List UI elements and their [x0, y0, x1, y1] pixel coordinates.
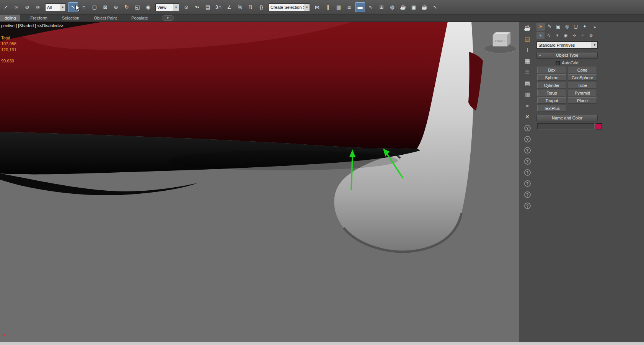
torus-button[interactable]: Torus	[537, 90, 566, 96]
viewport-canvas[interactable]: FRONT	[0, 22, 519, 342]
select-and-scale-icon[interactable]: ◱	[132, 2, 142, 12]
lights-category-icon[interactable]: ☀	[553, 32, 561, 39]
question-icon[interactable]: ?	[524, 147, 531, 154]
tab-populate[interactable]: Populate	[127, 15, 152, 21]
tab-selection[interactable]: Selection	[57, 15, 84, 21]
question-icon[interactable]: ?	[524, 136, 531, 142]
stats-polys: 107,956	[1, 41, 16, 46]
select-and-place-icon[interactable]: ◉	[143, 2, 153, 12]
named-selection-set-dropdown[interactable]: Create Selection Se ▾	[269, 3, 310, 11]
question-icon[interactable]: ?	[524, 125, 531, 131]
sphere-button[interactable]: Sphere	[537, 74, 566, 81]
plane-button[interactable]: Plane	[568, 97, 597, 104]
select-and-rotate-icon[interactable]: ↻	[122, 2, 132, 12]
checker-icon[interactable]: ▦	[522, 56, 533, 67]
viewport[interactable]: FRONT pective ] [Shaded ] <<Disabled>> T…	[0, 22, 519, 342]
snaps-3d-icon[interactable]: 3∩	[214, 2, 223, 12]
question-icon[interactable]: ?	[524, 203, 531, 209]
name-color-header[interactable]: − Name and Color	[536, 115, 598, 121]
geometry-category-icon[interactable]: ●	[536, 32, 545, 39]
object-name-field[interactable]	[537, 123, 595, 129]
end-cursor-icon[interactable]: ↖	[430, 2, 440, 12]
space-warps-category-icon[interactable]: ≈	[579, 32, 587, 39]
close-icon[interactable]: ×	[522, 111, 533, 123]
stats-total: Total	[1, 36, 10, 40]
schematic-view-icon[interactable]: ⊞	[377, 2, 386, 12]
geosphere-button[interactable]: GeoSphere	[568, 74, 597, 81]
rendered-frame-icon[interactable]: ▣	[409, 2, 419, 12]
shapes-category-icon[interactable]: ∿	[545, 32, 553, 39]
cone-button[interactable]: Cone	[568, 67, 597, 73]
keyboard-override-icon[interactable]: ▤	[203, 2, 213, 12]
display-tab[interactable]: ▢	[572, 23, 580, 31]
viewport-corner-marker: ◆	[3, 333, 5, 337]
subcategory-value: Standard Primitives	[537, 43, 592, 47]
object-type-title: Object Type	[556, 53, 579, 57]
tab-object-paint[interactable]: Object Paint	[89, 15, 121, 21]
viewport-label[interactable]: pective ] [Shaded ] <<Disabled>>	[1, 23, 64, 28]
select-and-link-icon[interactable]: ∞	[11, 2, 21, 12]
curve-editor-icon[interactable]: ∿	[366, 2, 376, 12]
cylinder-button[interactable]: Cylinder	[537, 82, 566, 88]
modify-tab[interactable]: ✎	[545, 23, 554, 31]
stripes-icon[interactable]: ▥	[522, 89, 533, 100]
name-color-title: Name and Color	[552, 116, 582, 120]
sphere-icon[interactable]: ●	[522, 100, 533, 111]
toggle-ribbon-icon[interactable]: ▬	[355, 2, 365, 12]
tube-button[interactable]: Tube	[568, 82, 597, 88]
select-and-manipulate-icon[interactable]: ↬	[192, 2, 202, 12]
material-editor-icon[interactable]: ◍	[387, 2, 397, 12]
ribbon-overflow-button[interactable]: ▾	[162, 15, 174, 21]
utilities-tab[interactable]: ✦	[580, 23, 589, 31]
autogrid-checkbox[interactable]	[556, 61, 560, 65]
layers-icon[interactable]: ≣	[522, 67, 533, 78]
pyramid-button[interactable]: Pyramid	[568, 90, 597, 96]
helpers-category-icon[interactable]: ⊹	[570, 32, 578, 39]
motion-tab[interactable]: ◎	[563, 23, 571, 31]
question-icon[interactable]: ?	[524, 191, 531, 198]
cameras-category-icon[interactable]: ◉	[562, 32, 570, 39]
render-production-icon[interactable]: ☕	[419, 2, 429, 12]
reference-coordinate-dropdown[interactable]: View ▾	[155, 3, 179, 11]
question-icon[interactable]: ?	[524, 180, 531, 187]
teapot-button[interactable]: Teapot	[537, 97, 566, 104]
panel-overflow-icon[interactable]: ▸	[592, 25, 598, 29]
selection-filter-dropdown[interactable]: All ▾	[45, 3, 66, 11]
render-setup-icon[interactable]: ☕	[398, 2, 408, 12]
bind-to-space-warp-icon[interactable]: ≋	[33, 2, 43, 12]
collapse-icon: −	[539, 52, 541, 58]
object-type-rollout: − Object Type AutoGrid Box Cone Sphere G…	[536, 52, 598, 111]
command-panel-tabs: ➤ ✎ ▣ ◎ ▢ ✦ ▸	[536, 23, 598, 31]
systems-category-icon[interactable]: ⊛	[587, 32, 595, 39]
tab-modeling[interactable]: deling	[0, 15, 20, 21]
box-icon[interactable]: ▤	[522, 78, 533, 89]
mirror-icon[interactable]: ⋈	[312, 2, 322, 12]
window-crossing-icon[interactable]: ⊠	[100, 2, 110, 12]
teapot-icon[interactable]: ☕	[522, 23, 533, 34]
unlink-selection-icon[interactable]: ⊘	[22, 2, 32, 12]
layer-explorer-icon[interactable]: ≣	[344, 2, 354, 12]
rectangular-selection-icon[interactable]: ▢	[90, 2, 99, 12]
angle-snap-icon[interactable]: ∠	[224, 2, 234, 12]
edge-arrow-icon[interactable]: ↗	[1, 2, 11, 12]
question-icon[interactable]: ?	[524, 158, 531, 165]
percent-snap-icon[interactable]: %	[235, 2, 245, 12]
folder-icon[interactable]: ▤	[522, 34, 533, 45]
subcategory-dropdown[interactable]: Standard Primitives ▾	[536, 41, 598, 49]
pin-icon[interactable]: ⊥	[522, 45, 533, 56]
textplus-button[interactable]: TextPlus	[537, 105, 566, 111]
create-tab[interactable]: ➤	[536, 23, 545, 31]
box-button[interactable]: Box	[537, 67, 566, 73]
select-and-move-icon[interactable]: ⊕	[111, 2, 121, 12]
align-icon[interactable]: ∥	[323, 2, 333, 12]
hierarchy-tab[interactable]: ▣	[554, 23, 562, 31]
use-pivot-center-icon[interactable]: ⊙	[181, 2, 191, 12]
question-icon[interactable]: ?	[524, 169, 531, 176]
scene-explorer-icon[interactable]: ▥	[334, 2, 344, 12]
tab-freeform[interactable]: Freeform	[26, 15, 52, 21]
chevron-down-icon: ▾	[592, 42, 597, 48]
object-type-header[interactable]: − Object Type	[536, 52, 598, 59]
object-color-swatch[interactable]	[596, 123, 602, 129]
spinner-snap-icon[interactable]: ⇅	[246, 2, 256, 12]
named-sets-icon[interactable]: {}	[256, 2, 266, 12]
